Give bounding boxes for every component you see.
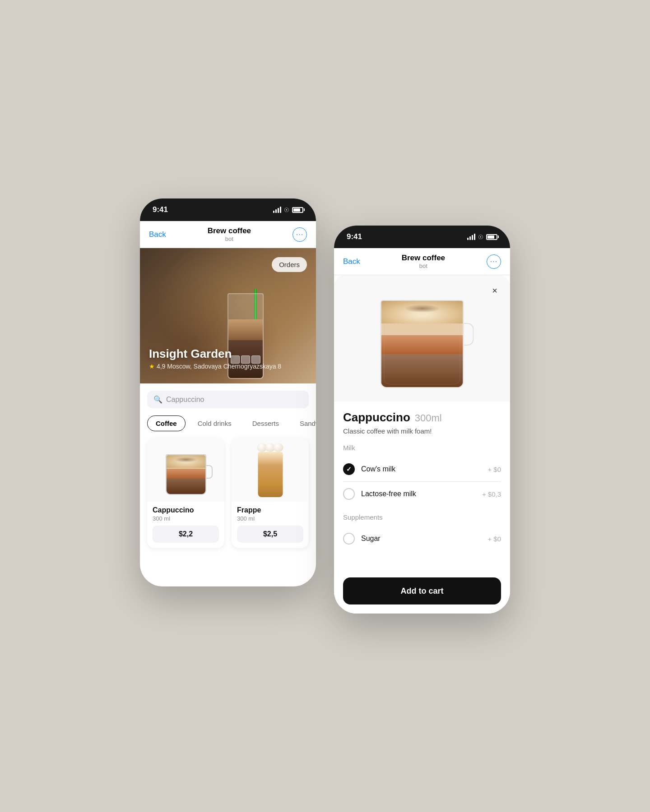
product-title-row: Cappuccino 300ml xyxy=(343,411,501,424)
detail-product-volume: 300ml xyxy=(415,412,442,424)
frappe-image-area xyxy=(232,438,309,502)
frappe-info: Frappe 300 ml $2,5 xyxy=(232,502,309,548)
status-icons-right: ☉ xyxy=(467,234,497,240)
more-button-left[interactable]: ··· xyxy=(292,227,307,242)
cappuccino-info: Cappuccino 300 ml $2,2 xyxy=(147,502,224,548)
detail-card: × xyxy=(334,275,510,614)
back-button-right[interactable]: Back xyxy=(343,257,360,266)
product-card-frappe: Frappe 300 ml $2,5 xyxy=(232,438,309,548)
cappuccino-price-button[interactable]: $2,2 xyxy=(153,526,219,543)
milk-group-label: Milk xyxy=(343,444,501,452)
radio-sugar[interactable] xyxy=(343,533,355,544)
menu-body: Insight Garden ★ 4,9 Moscow, Sadovaya Ch… xyxy=(140,248,316,586)
search-input[interactable]: Cappuccino xyxy=(166,396,204,404)
nav-title-sub-left: bot xyxy=(208,235,251,242)
nav-bar-right: Back Brew coffee bot ··· xyxy=(334,248,510,275)
frappe-name: Frappe xyxy=(237,506,303,514)
detail-product-description: Classic coffee with milk foam! xyxy=(343,427,501,435)
phone-detail-screen: 9:41 ☉ Back Brew coffee bot ··· × xyxy=(334,226,510,614)
radio-lactose-free[interactable] xyxy=(343,488,355,500)
frappe-volume: 300 ml xyxy=(237,515,303,522)
milk-option-group: Milk ✓ Cow's milk + $0 Lactose-free milk… xyxy=(343,444,501,506)
detail-content: Cappuccino 300ml Classic coffee with mil… xyxy=(334,401,510,570)
wifi-icon-right: ☉ xyxy=(478,234,483,240)
search-box[interactable]: 🔍 Cappuccino xyxy=(147,391,309,408)
sugar-price: + $0 xyxy=(488,535,501,543)
add-to-cart-button[interactable]: Add to cart xyxy=(343,577,501,604)
tab-sandwich[interactable]: Sandwich xyxy=(291,415,316,431)
back-button-left[interactable]: Back xyxy=(149,230,166,239)
status-bar-left: 9:41 ☉ xyxy=(140,198,316,221)
cows-milk-label: Cow's milk xyxy=(361,465,481,473)
cappuccino-volume: 300 ml xyxy=(153,515,219,522)
detail-body: × xyxy=(334,275,510,614)
cappuccino-image-area xyxy=(147,438,224,502)
sugar-label: Sugar xyxy=(361,535,481,543)
lactose-free-label: Lactose-free milk xyxy=(361,490,476,498)
supplements-group-label: Supplements xyxy=(343,513,501,521)
tab-coffee[interactable]: Coffee xyxy=(147,415,186,431)
hero-address: Moscow, Sadovaya Chernogryazskaya 8 xyxy=(167,363,281,370)
products-grid: Cappuccino 300 ml $2,2 xyxy=(140,435,316,557)
nav-title-right: Brew coffee bot xyxy=(402,254,445,269)
hero-title: Insight Garden xyxy=(149,347,281,361)
signal-icon-right xyxy=(467,234,475,240)
wifi-icon-left: ☉ xyxy=(284,207,289,213)
detail-product-name: Cappuccino xyxy=(343,411,410,424)
detail-cappuccino-illustration xyxy=(377,289,467,388)
more-dots-icon-left: ··· xyxy=(296,231,303,238)
supplements-option-group: Supplements Sugar + $0 xyxy=(343,513,501,551)
status-time-right: 9:41 xyxy=(347,232,362,241)
milk-option-cows[interactable]: ✓ Cow's milk + $0 xyxy=(343,457,501,482)
status-icons-left: ☉ xyxy=(273,207,303,213)
check-icon: ✓ xyxy=(346,466,352,473)
search-section: 🔍 Cappuccino xyxy=(140,383,316,412)
frappe-illustration xyxy=(252,443,288,497)
milk-option-lactose-free[interactable]: Lactose-free milk + $0,3 xyxy=(343,482,501,506)
search-icon: 🔍 xyxy=(153,395,162,404)
status-time-left: 9:41 xyxy=(153,205,168,214)
nav-title-main-left: Brew coffee xyxy=(208,226,251,235)
nav-title-left: Brew coffee bot xyxy=(208,226,251,242)
star-icon: ★ xyxy=(149,363,155,370)
frappe-price-button[interactable]: $2,5 xyxy=(237,526,303,543)
battery-icon-right xyxy=(486,234,497,240)
status-bar-right: 9:41 ☉ xyxy=(334,226,510,248)
radio-cows-milk[interactable]: ✓ xyxy=(343,463,355,475)
category-tabs: Coffee Cold drinks Desserts Sandwich xyxy=(140,412,316,435)
rating-value: 4,9 xyxy=(157,363,165,370)
nav-title-sub-right: bot xyxy=(402,263,445,269)
phone-menu-screen: 9:41 ☉ Back Brew coffee bot ··· xyxy=(140,198,316,586)
supplement-option-sugar[interactable]: Sugar + $0 xyxy=(343,526,501,551)
hero-section: Insight Garden ★ 4,9 Moscow, Sadovaya Ch… xyxy=(140,248,316,383)
hero-text: Insight Garden ★ 4,9 Moscow, Sadovaya Ch… xyxy=(149,347,281,370)
more-dots-icon-right: ··· xyxy=(490,258,497,265)
orders-badge[interactable]: Orders xyxy=(272,257,307,272)
nav-title-main-right: Brew coffee xyxy=(402,254,445,263)
lactose-free-price: + $0,3 xyxy=(482,490,501,498)
nav-bar-left: Back Brew coffee bot ··· xyxy=(140,221,316,248)
hero-rating: ★ 4,9 Moscow, Sadovaya Chernogryazskaya … xyxy=(149,363,281,370)
detail-image-section: × xyxy=(334,275,510,401)
signal-icon-left xyxy=(273,207,281,213)
product-card-cappuccino: Cappuccino 300 ml $2,2 xyxy=(147,438,224,548)
tab-desserts[interactable]: Desserts xyxy=(244,415,288,431)
cappuccino-illustration xyxy=(163,445,209,495)
more-button-right[interactable]: ··· xyxy=(487,254,501,269)
battery-icon-left xyxy=(292,207,303,213)
tab-cold-drinks[interactable]: Cold drinks xyxy=(189,415,240,431)
cows-milk-price: + $0 xyxy=(488,466,501,473)
close-button[interactable]: × xyxy=(487,282,503,299)
cappuccino-name: Cappuccino xyxy=(153,506,219,514)
